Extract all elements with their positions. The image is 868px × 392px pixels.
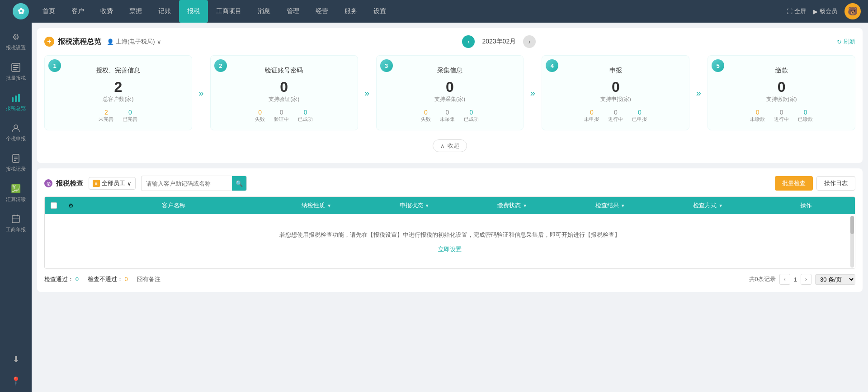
step-2-stat-1-label: 验证中 xyxy=(274,116,289,123)
step-5-stat-2[interactable]: 0 已缴款 xyxy=(798,109,813,123)
logo[interactable]: ✿ xyxy=(7,3,34,19)
next-page-button[interactable]: › xyxy=(801,274,811,285)
refresh-button[interactable]: ↻ 刷新 xyxy=(837,38,855,46)
step-2-stat-2[interactable]: 0 已成功 xyxy=(298,109,313,123)
nav-fee[interactable]: 收费 xyxy=(92,0,121,23)
pay-status-filter-icon[interactable]: ▼ xyxy=(523,203,527,208)
step-3-stat-1-label: 未采集 xyxy=(440,116,455,123)
operation-log-button[interactable]: 操作日志 xyxy=(816,176,855,191)
fullscreen-button[interactable]: ⛶ 全屏 xyxy=(787,7,806,15)
fail-text: 检查不通过： xyxy=(88,276,123,282)
member-button[interactable]: ▶ 畅会员 xyxy=(813,7,837,15)
overview-title-text: 报税流程总览 xyxy=(58,37,101,47)
sidebar-item-annual-settlement[interactable]: 💹 汇算清缴 xyxy=(0,178,32,208)
arrow-2-icon: » xyxy=(364,88,369,98)
tax-type-filter-icon[interactable]: ▼ xyxy=(327,203,331,208)
setup-link[interactable]: 立即设置 xyxy=(438,245,462,253)
step-5-stat-1[interactable]: 0 进行中 xyxy=(774,109,789,123)
sidebar-item-download[interactable]: ⬇ xyxy=(0,349,32,370)
nav-service[interactable]: 服务 xyxy=(336,0,365,23)
nav-bookkeeping[interactable]: 记账 xyxy=(150,0,179,23)
th-gear[interactable]: ⚙ xyxy=(63,197,79,214)
collapse-button[interactable]: ∧ 收起 xyxy=(433,139,467,152)
nav-customer[interactable]: 客户 xyxy=(63,0,92,23)
th-pay-status: 缴费状态 ▼ xyxy=(463,197,561,214)
tax-check-card: ◎ 报税检查 ≡ 全部员工 ∨ 🔍 批量检查 操作日志 xyxy=(37,168,863,292)
check-title: ◎ 报税检查 xyxy=(44,179,83,188)
nav-settings[interactable]: 设置 xyxy=(365,0,394,23)
nav-manage[interactable]: 管理 xyxy=(278,0,307,23)
nav-operation[interactable]: 经营 xyxy=(307,0,336,23)
svg-rect-1 xyxy=(13,65,19,66)
check-result-filter-icon[interactable]: ▼ xyxy=(621,203,625,208)
search-input[interactable] xyxy=(142,178,232,189)
fail-count[interactable]: 0 xyxy=(124,276,127,282)
step-2-stat-1[interactable]: 0 验证中 xyxy=(274,109,289,123)
nav-tax[interactable]: 报税 xyxy=(179,0,208,23)
scrollbar-thumb[interactable] xyxy=(850,216,854,234)
step-3-stat-1[interactable]: 0 未采集 xyxy=(440,109,455,123)
download-icon: ⬇ xyxy=(10,354,21,365)
step-1-stat-0[interactable]: 2 未完善 xyxy=(99,109,113,123)
refresh-label: 刷新 xyxy=(844,38,855,46)
location-label: 上海(电子税局) xyxy=(116,38,155,46)
step-2-stat-0[interactable]: 0 失败 xyxy=(255,109,265,123)
steps-row: 1 授权、完善信息 2 总客户数(家) 2 未完善 0 已完善 xyxy=(44,55,855,130)
step-2-stat-0-label: 失败 xyxy=(255,116,265,123)
step-3-stat-0-num: 0 xyxy=(424,109,428,116)
step-4-stat-1[interactable]: 0 进行中 xyxy=(608,109,623,123)
main-layout: ⚙ 报税设置 批量报税 报税总览 xyxy=(0,23,868,392)
pass-text: 检查通过： xyxy=(44,276,74,282)
check-header: ◎ 报税检查 ≡ 全部员工 ∨ 🔍 批量检查 操作日志 xyxy=(44,176,855,191)
sidebar-item-location[interactable]: 📍 xyxy=(0,370,32,392)
prev-month-button[interactable]: ‹ xyxy=(462,35,475,48)
next-month-button[interactable]: › xyxy=(523,35,536,48)
step-4-stat-2[interactable]: 0 已申报 xyxy=(632,109,647,123)
employee-filter[interactable]: ≡ 全部员工 ∨ xyxy=(89,177,136,190)
step-3-count: 0 xyxy=(382,78,518,96)
prev-page-button[interactable]: ‹ xyxy=(779,274,790,285)
th-checkbox[interactable] xyxy=(45,197,63,214)
sidebar-label-tax-overview: 报税总览 xyxy=(6,105,26,112)
filter-icon: ≡ xyxy=(93,180,100,187)
mascot-avatar[interactable]: 🐻 xyxy=(844,3,861,19)
check-title-text: 报税检查 xyxy=(56,179,83,188)
sidebar-item-tax-overview[interactable]: 报税总览 xyxy=(0,87,32,117)
nav-invoice[interactable]: 票据 xyxy=(121,0,150,23)
nav-home[interactable]: 首页 xyxy=(34,0,63,23)
step-3-stat-2[interactable]: 0 已成功 xyxy=(464,109,479,123)
chevron-down-icon: ∨ xyxy=(157,38,161,45)
step-1-stat-1[interactable]: 0 已完善 xyxy=(123,109,137,123)
arrow-3: » xyxy=(524,55,542,130)
declare-status-filter-icon[interactable]: ▼ xyxy=(425,203,429,208)
sidebar-label-annual-settlement: 汇算清缴 xyxy=(6,196,26,203)
pass-count[interactable]: 0 xyxy=(75,276,79,282)
step-1-card: 1 授权、完善信息 2 总客户数(家) 2 未完善 0 已完善 xyxy=(44,55,192,130)
step-3-stat-0[interactable]: 0 失败 xyxy=(421,109,431,123)
step-4-stat-2-label: 已申报 xyxy=(632,116,647,123)
location-selector[interactable]: 👤 上海(电子税局) ∨ xyxy=(107,38,161,46)
sidebar-item-individual-tax[interactable]: 个税申报 xyxy=(0,117,32,148)
step-4-stat-0[interactable]: 0 未申报 xyxy=(584,109,599,123)
sidebar-item-annual-report[interactable]: 工商年报 xyxy=(0,208,32,239)
collapse-up-icon: ∧ xyxy=(440,143,445,149)
nav-message[interactable]: 消息 xyxy=(250,0,278,23)
nav-business[interactable]: 工商项目 xyxy=(208,0,250,23)
arrow-4: » xyxy=(689,55,708,130)
sidebar-item-tax-settings[interactable]: ⚙ 报税设置 xyxy=(0,26,32,57)
svg-rect-10 xyxy=(14,158,18,159)
per-page-select[interactable]: 30 条/页 50 条/页 100 条/页 xyxy=(815,274,855,285)
step-5-stat-1-label: 进行中 xyxy=(774,116,789,123)
search-button[interactable]: 🔍 xyxy=(232,176,246,191)
check-method-filter-icon[interactable]: ▼ xyxy=(718,203,723,208)
step-5-sub: 支持缴款(家) xyxy=(713,96,849,103)
header-checkbox[interactable] xyxy=(51,202,57,209)
annual-settlement-icon: 💹 xyxy=(10,183,21,194)
sidebar-item-tax-record[interactable]: 报税记录 xyxy=(0,148,32,178)
batch-check-button[interactable]: 批量检查 xyxy=(775,176,813,191)
step-3-sub: 支持采集(家) xyxy=(382,96,518,103)
sidebar-item-batch-tax[interactable]: 批量报税 xyxy=(0,57,32,87)
step-5-stat-0[interactable]: 0 未缴款 xyxy=(750,109,765,123)
th-check-method-label: 检查方式 xyxy=(693,201,717,210)
step-1-stat-1-num: 0 xyxy=(128,109,132,116)
